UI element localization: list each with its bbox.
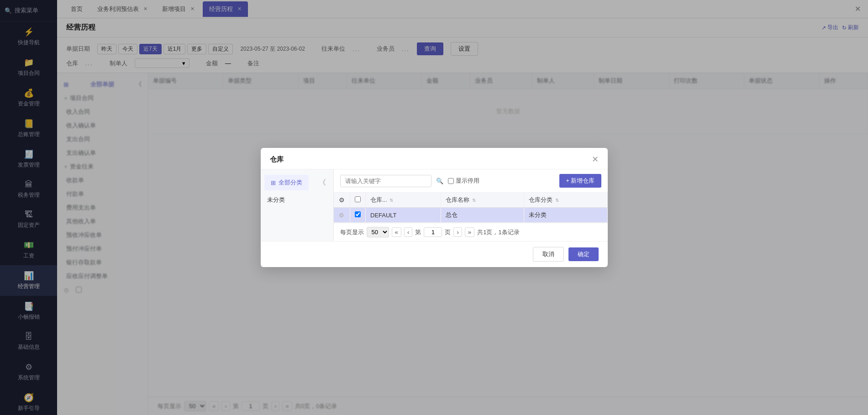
- modal-page-label-post: 页: [445, 228, 451, 236]
- modal-title: 仓库: [270, 155, 284, 164]
- category-sort-icon[interactable]: ⇅: [555, 198, 559, 203]
- modal-warehouse-table: ⚙ 仓库... ⇅ 仓库名称 ⇅: [334, 193, 608, 223]
- modal-select-all[interactable]: [355, 196, 361, 202]
- modal-search-input[interactable]: [340, 175, 431, 187]
- modal-body: ⊞ 全部分类 《 未分类 🔍 显示停用: [261, 169, 608, 241]
- add-warehouse-button[interactable]: + 新增仓库: [559, 174, 601, 188]
- warehouse-modal: 仓库 ✕ ⊞ 全部分类 《 未分类: [261, 148, 608, 267]
- show-disabled-checkbox[interactable]: [448, 178, 454, 184]
- modal-prev-page-button[interactable]: ‹: [404, 227, 412, 237]
- code-sort-icon[interactable]: ⇅: [389, 198, 393, 203]
- modal-left-toggle-button[interactable]: 《: [315, 175, 330, 190]
- modal-page-label-pre: 第: [415, 228, 421, 236]
- grid-icon: ⊞: [271, 179, 276, 186]
- modal-left-panel: ⊞ 全部分类 《 未分类: [261, 169, 334, 241]
- modal-confirm-button[interactable]: 确定: [568, 247, 599, 261]
- row-code: DEFAULT: [366, 208, 441, 223]
- modal-col-checkbox[interactable]: [350, 193, 366, 208]
- modal-table-row[interactable]: ⚙ DEFAULT 总仓 未分类: [334, 208, 608, 223]
- modal-col-gear[interactable]: ⚙: [334, 193, 350, 208]
- modal-table-header: ⚙ 仓库... ⇅ 仓库名称 ⇅: [334, 193, 608, 208]
- modal-cat-uncategorized[interactable]: 未分类: [261, 192, 333, 208]
- modal-footer: 取消 确定: [261, 241, 608, 267]
- row-gear[interactable]: ⚙: [334, 208, 350, 223]
- modal-last-page-button[interactable]: »: [465, 227, 474, 237]
- modal-table-area: ⚙ 仓库... ⇅ 仓库名称 ⇅: [334, 193, 608, 223]
- name-sort-icon[interactable]: ⇅: [472, 198, 476, 203]
- modal-col-category: 仓库分类 ⇅: [524, 193, 607, 208]
- modal-close-button[interactable]: ✕: [592, 154, 599, 164]
- modal-header: 仓库 ✕: [261, 148, 608, 169]
- modal-right-panel: 🔍 显示停用 + 新增仓库 ⚙: [334, 169, 608, 241]
- modal-col-code: 仓库... ⇅: [366, 193, 441, 208]
- modal-cat-all[interactable]: ⊞ 全部分类: [264, 175, 309, 190]
- row-checkbox[interactable]: [350, 208, 366, 223]
- modal-cancel-button[interactable]: 取消: [533, 247, 564, 262]
- row-category: 未分类: [524, 208, 607, 223]
- modal-per-page-label: 每页显示: [340, 228, 364, 236]
- modal-col-name: 仓库名称 ⇅: [441, 193, 524, 208]
- show-disabled-label[interactable]: 显示停用: [448, 177, 479, 185]
- modal-cat-uncategorized-label: 未分类: [267, 196, 285, 204]
- modal-first-page-button[interactable]: «: [392, 227, 401, 237]
- modal-page-input[interactable]: [424, 227, 442, 237]
- modal-table-body: ⚙ DEFAULT 总仓 未分类: [334, 208, 608, 223]
- modal-search-icon[interactable]: 🔍: [436, 178, 443, 184]
- modal-pagination: 每页显示 50 « ‹ 第 页 › » 共1页，1条记录: [334, 223, 608, 241]
- modal-toolbar: 🔍 显示停用 + 新增仓库: [334, 169, 608, 193]
- modal-total-info: 共1页，1条记录: [477, 228, 519, 236]
- modal-next-page-button[interactable]: ›: [453, 227, 462, 237]
- row-name: 总仓: [441, 208, 524, 223]
- modal-overlay: 仓库 ✕ ⊞ 全部分类 《 未分类: [0, 0, 868, 415]
- modal-cat-all-label: 全部分类: [279, 179, 302, 187]
- modal-page-size-select[interactable]: 50: [367, 227, 389, 237]
